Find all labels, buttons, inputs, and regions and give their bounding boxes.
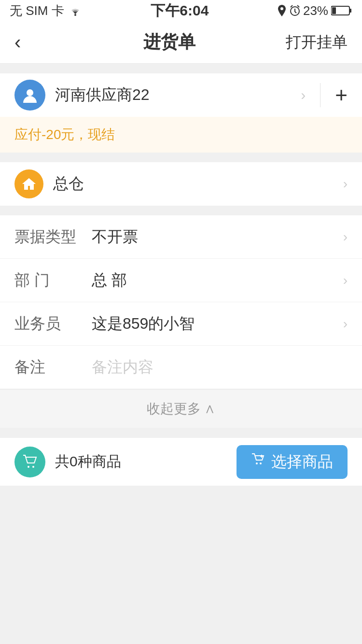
supplier-row[interactable]: 河南供应商22 › +: [0, 73, 362, 117]
page-title: 进货单: [143, 30, 195, 54]
svg-point-5: [27, 89, 33, 96]
svg-rect-4: [332, 7, 336, 14]
nav-bar: ‹ 进货单 打开挂单: [0, 21, 362, 64]
status-bar-right: 23%: [277, 3, 352, 18]
ticket-type-row[interactable]: 票据类型 不开票 ›: [0, 215, 362, 259]
remarks-placeholder: 备注内容: [92, 357, 348, 378]
notice-bar: 应付-20元，现结: [0, 117, 362, 153]
alarm-icon: [290, 5, 300, 16]
salesman-row[interactable]: 业务员 这是859的小智 ›: [0, 302, 362, 346]
back-button[interactable]: ‹: [14, 31, 53, 53]
warehouse-section: 总仓 ›: [0, 162, 362, 206]
section-gap-4: [0, 428, 362, 437]
salesman-label: 业务员: [14, 313, 92, 335]
battery-label: 23%: [303, 3, 328, 18]
carrier-label: 无 SIM 卡: [10, 2, 64, 19]
department-arrow-icon: ›: [343, 273, 348, 288]
supplier-arrow-icon: ›: [301, 87, 306, 103]
collapse-button[interactable]: 收起更多 ∧: [0, 389, 362, 428]
location-icon: [277, 5, 287, 16]
select-product-button[interactable]: 选择商品: [237, 445, 348, 479]
select-btn-label: 选择商品: [271, 451, 333, 473]
ticket-type-value: 不开票: [92, 226, 343, 248]
remarks-row[interactable]: 备注 备注内容: [0, 346, 362, 389]
status-bar-left: 无 SIM 卡: [10, 2, 83, 19]
salesman-arrow-icon: ›: [343, 316, 348, 332]
supplier-name: 河南供应商22: [55, 84, 301, 106]
svg-point-6: [28, 466, 29, 468]
department-value: 总 部: [92, 270, 343, 291]
select-btn-icon: [251, 453, 265, 471]
person-icon: [21, 86, 39, 104]
svg-point-8: [256, 462, 258, 464]
wifi-icon: [68, 5, 83, 16]
form-section: 票据类型 不开票 › 部 门 总 部 › 业务员 这是859的小智 › 备注 备…: [0, 215, 362, 428]
warehouse-arrow-icon: ›: [343, 176, 348, 192]
section-gap-2: [0, 153, 362, 162]
cart-icon: [21, 453, 39, 471]
add-supplier-button[interactable]: +: [335, 83, 348, 107]
ticket-type-label: 票据类型: [14, 226, 92, 248]
status-bar-time: 下午6:04: [151, 1, 209, 21]
salesman-value: 这是859的小智: [92, 313, 343, 335]
ticket-type-arrow-icon: ›: [343, 229, 348, 245]
remarks-label: 备注: [14, 357, 92, 378]
warehouse-icon: [14, 169, 43, 198]
add-cart-icon: [251, 453, 265, 467]
warehouse-row[interactable]: 总仓 ›: [0, 162, 362, 206]
bottom-bar: 共0种商品 选择商品: [0, 437, 362, 486]
warehouse-name: 总仓: [53, 173, 343, 195]
department-label: 部 门: [14, 270, 92, 291]
battery-icon: [331, 5, 352, 16]
home-icon: [21, 176, 37, 192]
supplier-divider: [320, 83, 320, 107]
svg-point-7: [32, 466, 34, 468]
svg-point-0: [74, 14, 76, 16]
supplier-section: 河南供应商22 › + 应付-20元，现结: [0, 73, 362, 153]
supplier-avatar: [14, 80, 45, 111]
section-gap-3: [0, 206, 362, 215]
department-row[interactable]: 部 门 总 部 ›: [0, 259, 362, 302]
product-count: 共0种商品: [55, 452, 237, 472]
section-gap-1: [0, 64, 362, 73]
svg-rect-3: [349, 9, 351, 13]
status-bar: 无 SIM 卡 下午6:04 23%: [0, 0, 362, 21]
product-icon: [14, 447, 45, 477]
svg-point-9: [260, 462, 262, 464]
main-content: 河南供应商22 › + 应付-20元，现结 总仓 › 票据类型 不开票 ›: [0, 64, 362, 644]
open-pending-button[interactable]: 打开挂单: [286, 32, 348, 53]
